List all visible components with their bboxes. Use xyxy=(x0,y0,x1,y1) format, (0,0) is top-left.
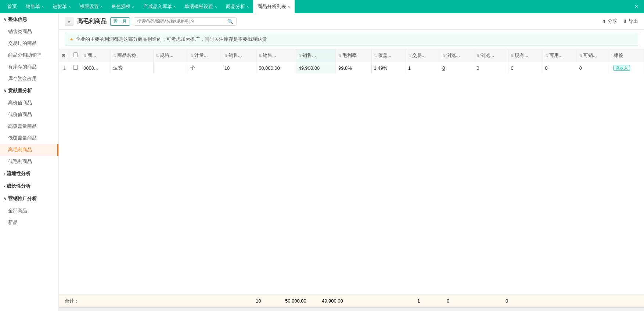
nav-tab-templates[interactable]: 单据模板设置 × xyxy=(180,0,221,13)
collapse-sidebar-button[interactable]: « xyxy=(65,17,73,26)
col-code[interactable]: ⇅ 商... xyxy=(81,49,111,62)
main-layout: ∨ 整体信息 销售类商品 交易过的商品 商品分销助销率 有库存的商品 库存资金占… xyxy=(0,13,644,311)
content-area: « 高毛利商品 近一月 🔍 ⬆ 分享 ⬇ 导出 ✦ 企业的主要 xyxy=(59,13,644,311)
sidebar-item-high-coverage[interactable]: 高覆盖量商品 xyxy=(0,120,58,132)
content-header: « 高毛利商品 近一月 🔍 ⬆ 分享 ⬇ 导出 xyxy=(59,13,644,30)
nav-tab-home[interactable]: 首页 xyxy=(3,0,21,13)
sidebar-item-stock-capital[interactable]: 库存资金占用 xyxy=(0,73,58,84)
close-sales-tab[interactable]: × xyxy=(42,4,44,9)
row-name[interactable]: 运费 xyxy=(111,62,153,74)
search-icon[interactable]: 🔍 xyxy=(227,19,233,24)
expand-arrow-marketing: ∨ xyxy=(4,196,7,201)
row-tag: 高收入 xyxy=(611,62,644,74)
col-name[interactable]: ⇅ 商品名称 xyxy=(111,49,153,62)
footer-sales-amount: 50,000.00 xyxy=(285,298,322,304)
row-coverage: 1.49% xyxy=(371,62,406,74)
sidebar-group-marketing[interactable]: ∨ 营销推广分析 xyxy=(0,192,58,205)
sidebar-group-overall[interactable]: ∨ 整体信息 xyxy=(0,13,58,26)
header-actions: ⬆ 分享 ⬇ 导出 xyxy=(602,18,638,25)
row-code: 0000... xyxy=(81,62,111,74)
col-gross-margin[interactable]: ⇅ 毛利率 xyxy=(336,49,372,62)
row-stock-available: 0 xyxy=(543,62,577,74)
row-views1[interactable]: 0 xyxy=(440,62,474,74)
nav-tab-permissions[interactable]: 权限设置 × xyxy=(75,0,107,13)
nav-tab-sales[interactable]: 销售单 × xyxy=(21,0,48,13)
close-analysis-list-tab[interactable]: × xyxy=(288,4,290,9)
col-views2[interactable]: ⇅ 浏览... xyxy=(474,49,508,62)
nav-tab-purchase[interactable]: 进货单 × xyxy=(48,0,75,13)
col-sales-qty[interactable]: ⇅ 销售... xyxy=(222,49,256,62)
col-coverage[interactable]: ⇅ 覆盖... xyxy=(371,49,406,62)
footer-views1: 0 xyxy=(447,298,476,304)
sort-icon: ⇅ xyxy=(338,54,341,58)
sidebar-item-traded-products[interactable]: 交易过的商品 xyxy=(0,37,58,49)
row-stock-current: 0 xyxy=(508,62,543,74)
nav-tab-analysis-list[interactable]: 商品分析列表 × xyxy=(253,0,294,13)
share-button[interactable]: ⬆ 分享 xyxy=(602,18,617,25)
select-all-checkbox[interactable] xyxy=(73,53,78,57)
sidebar-item-all-products[interactable]: 全部商品 xyxy=(0,205,58,217)
sidebar-item-high-margin[interactable]: 高毛利商品 xyxy=(0,144,58,156)
close-products-tab[interactable]: × xyxy=(173,4,176,9)
sort-icon: ⇅ xyxy=(476,54,479,58)
col-stock-available[interactable]: ⇅ 可用... xyxy=(543,49,577,62)
sort-icon: ⇅ xyxy=(298,54,301,58)
col-settings[interactable]: ⚙ xyxy=(59,49,70,62)
sidebar-item-new-products[interactable]: 新品 xyxy=(0,217,58,228)
nav-tab-products[interactable]: 产成品入库单 × xyxy=(139,0,180,13)
col-unit[interactable]: ⇅ 计量... xyxy=(188,49,222,62)
sidebar-group-liquidity[interactable]: › 流通性分析 xyxy=(0,167,58,180)
data-table-container: ⚙ ⇅ 商... ⇅ xyxy=(59,49,644,294)
sidebar-item-sales-products[interactable]: 销售类商品 xyxy=(0,26,58,37)
nav-tab-roles[interactable]: 角色授权 × xyxy=(107,0,138,13)
sidebar: ∨ 整体信息 销售类商品 交易过的商品 商品分销助销率 有库存的商品 库存资金占… xyxy=(0,13,59,311)
export-button[interactable]: ⬇ 导出 xyxy=(623,18,638,25)
expand-arrow-overall: ∨ xyxy=(4,17,7,22)
row-unit: 个 xyxy=(188,62,222,74)
col-sales-profit[interactable]: ⇅ 销售... xyxy=(296,49,336,62)
time-filter-button[interactable]: 近一月 xyxy=(110,17,130,26)
col-spec[interactable]: ⇅ 规格... xyxy=(154,49,188,62)
col-tag: 标签 xyxy=(611,49,644,62)
sort-icon: ⇅ xyxy=(545,54,548,58)
sidebar-group-growth[interactable]: › 成长性分析 xyxy=(0,180,58,192)
sidebar-item-low-value[interactable]: 低价值商品 xyxy=(0,109,58,120)
share-icon: ⬆ xyxy=(602,19,606,24)
row-checkbox-cell xyxy=(70,62,81,74)
search-box: 🔍 xyxy=(134,17,237,26)
horizontal-scrollbar[interactable] xyxy=(59,307,644,311)
row-spec xyxy=(154,62,188,74)
sort-icon: ⇅ xyxy=(259,54,262,58)
close-analysis-tab[interactable]: × xyxy=(247,4,249,9)
row-checkbox[interactable] xyxy=(73,65,78,70)
col-stock-sellable[interactable]: ⇅ 可销... xyxy=(577,49,611,62)
close-templates-tab[interactable]: × xyxy=(215,4,217,9)
close-all-button[interactable]: × xyxy=(632,3,641,10)
col-sales-amount[interactable]: ⇅ 销售... xyxy=(256,49,296,62)
footer-transactions: 1 xyxy=(417,298,447,304)
footer-stock-current: 0 xyxy=(506,298,535,304)
search-input[interactable] xyxy=(137,19,227,24)
sidebar-item-low-coverage[interactable]: 低覆盖量商品 xyxy=(0,132,58,144)
close-roles-tab[interactable]: × xyxy=(132,4,134,9)
sidebar-item-high-value[interactable]: 高价值商品 xyxy=(0,97,58,109)
top-navigation: 首页 销售单 × 进货单 × 权限设置 × 角色授权 × 产成品入库单 × 单据… xyxy=(0,0,644,13)
row-sales-qty: 10 xyxy=(222,62,256,74)
close-purchase-tab[interactable]: × xyxy=(68,4,71,9)
sort-icon: ⇅ xyxy=(442,54,445,58)
footer-total-row: 合计： 10 50,000.00 49,900.00 1 0 0 xyxy=(59,294,644,307)
sort-icon: ⇅ xyxy=(511,54,514,58)
sidebar-item-low-margin[interactable]: 低毛利商品 xyxy=(0,156,58,167)
sort-icon: ⇅ xyxy=(190,54,193,58)
sidebar-item-distribution-rate[interactable]: 商品分销助销率 xyxy=(0,49,58,61)
col-stock-current[interactable]: ⇅ 现有... xyxy=(508,49,543,62)
nav-tab-analysis[interactable]: 商品分析 × xyxy=(222,0,253,13)
sidebar-group-contribution[interactable]: ∨ 贡献量分析 xyxy=(0,84,58,97)
col-transactions[interactable]: ⇅ 交易... xyxy=(406,49,440,62)
close-permissions-tab[interactable]: × xyxy=(100,4,102,9)
col-views1[interactable]: ⇅ 浏览... xyxy=(440,49,474,62)
page-title: 高毛利商品 xyxy=(77,18,107,25)
col-checkbox xyxy=(70,49,81,62)
sidebar-item-stock-products[interactable]: 有库存的商品 xyxy=(0,61,58,73)
sort-icon: ⇅ xyxy=(113,54,116,58)
